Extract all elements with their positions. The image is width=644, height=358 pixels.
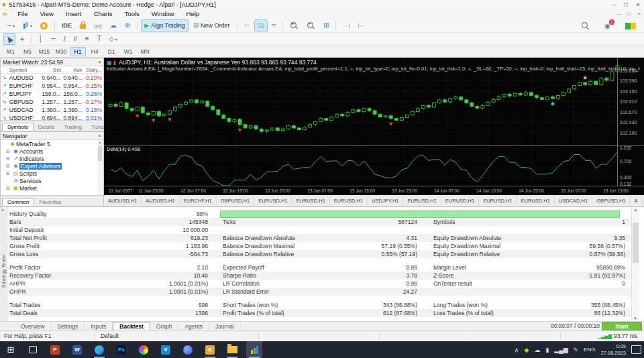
column-header-bid[interactable]: Bid	[40, 67, 61, 73]
child-close-button[interactable]: ×	[634, 11, 644, 17]
photoshop-icon[interactable]: Ps	[113, 341, 129, 358]
menu-help[interactable]: Help	[180, 10, 206, 17]
tester-close-icon[interactable]: ×	[1, 208, 4, 213]
community-button[interactable]: ⊕	[121, 19, 133, 32]
office-s-icon[interactable]: S	[202, 341, 218, 358]
sphere-app-icon[interactable]	[180, 341, 196, 358]
timeframe-m15[interactable]: M15	[36, 47, 52, 56]
metaeditor-lock-button[interactable]	[76, 19, 89, 32]
timeframe-h1[interactable]: H1	[70, 47, 86, 56]
market-watch-row[interactable]: ↗EURJPY158.0...158.0...0.26%	[1, 90, 103, 98]
crosshair-button[interactable]: +	[17, 33, 28, 45]
chart-tab-gbpusdh1[interactable]: GBPUSD,H1	[592, 196, 630, 205]
cursor-button[interactable]	[3, 33, 15, 45]
zoom-out-button[interactable]: −	[303, 19, 319, 32]
navigator-item-indicators[interactable]: ⊞↗Indicators	[1, 155, 103, 162]
child-minimize-button[interactable]: –	[614, 11, 624, 17]
chart-tab-eurusdh1[interactable]: EURUSD,H1	[403, 196, 441, 205]
tester-tab-journal[interactable]: Journal	[209, 322, 241, 331]
text-button[interactable]: T	[94, 33, 105, 45]
line-chart-button[interactable]: ≈	[269, 19, 280, 32]
tab-symbols[interactable]: Symbols	[2, 123, 34, 131]
tester-tab-inputs[interactable]: Inputs	[85, 322, 113, 331]
vertical-line-button[interactable]: │	[35, 33, 46, 45]
chart-tab-a[interactable]: A	[631, 196, 643, 205]
timeframe-h4[interactable]: H4	[87, 47, 103, 56]
profile-selector[interactable]: Default	[101, 333, 119, 339]
chart-tab-audusdh1[interactable]: AUDUSD,H1	[142, 196, 179, 205]
task-view-button[interactable]	[25, 341, 41, 358]
pen-icon[interactable]: ✎	[574, 347, 579, 353]
navigator-item-market[interactable]: ⊞▣Market	[1, 184, 103, 192]
chart-shift-button[interactable]: |←	[354, 19, 368, 32]
bars-button[interactable]: ↑↓	[241, 19, 253, 32]
defender-icon[interactable]: ◆	[524, 347, 529, 353]
chart-tab-eurusdh1[interactable]: EURUSD,H1	[292, 196, 329, 205]
close-button[interactable]: ×	[632, 1, 644, 8]
chart-tab-usdjpyh1[interactable]: USDJPY,H1	[368, 196, 403, 205]
navigator-close-icon[interactable]: ×	[98, 133, 101, 139]
chart-templates-button[interactable]: ▾	[19, 19, 36, 32]
start-button[interactable]: Start	[602, 322, 642, 331]
tile-windows-button[interactable]: ⊞	[320, 19, 332, 32]
chart-window[interactable]: 103.630103.390103.150102.910102.670102.4…	[104, 58, 644, 195]
cloud-button[interactable]: ☁	[107, 19, 120, 32]
chart-tab-usdcadh1[interactable]: USDCAD,H1	[555, 196, 592, 205]
menu-file[interactable]: File	[11, 10, 34, 17]
edge-icon[interactable]	[91, 341, 107, 358]
connection-status[interactable]	[622, 20, 639, 32]
column-header-ask[interactable]: Ask	[61, 67, 83, 73]
minimize-button[interactable]: –	[608, 1, 620, 8]
broadcast-button[interactable]: ((•))	[91, 19, 105, 32]
chart-tab-eurusdh1[interactable]: EURUSD,H1	[441, 196, 479, 205]
notification-center-icon[interactable]	[631, 345, 641, 354]
antivirus-icon[interactable]: V	[158, 341, 174, 358]
navigator-item-scripts[interactable]: ⊞▤Scripts	[1, 170, 103, 177]
navigator-item-expert-advisors[interactable]: ⊞◆Expert Advisors	[1, 162, 103, 170]
timeframe-m5[interactable]: M5	[19, 47, 36, 56]
zoom-in-button[interactable]: +	[286, 19, 302, 32]
timeframe-m1[interactable]: M1	[3, 47, 19, 56]
candles-button[interactable]: ▯▯	[254, 19, 268, 32]
timeframe-mn[interactable]: MN	[137, 47, 153, 56]
horizontal-line-button[interactable]: ─	[48, 33, 59, 45]
network-icon[interactable]: ▂▄▆	[554, 347, 568, 353]
navigator-item-metatrader-5[interactable]: ◆MetaTrader 5	[1, 140, 103, 147]
user-button[interactable]: ◉1	[601, 20, 614, 32]
market-watch-row[interactable]: ↘GBPUSD1.257...1.257...-0.17%	[1, 98, 103, 106]
algo-trading-button[interactable]: ▶Algo Trading	[141, 19, 188, 32]
chart-tab-eurusdh1[interactable]: EURUSD,H1	[517, 196, 555, 205]
market-watch-close-icon[interactable]: ×	[98, 59, 101, 65]
tester-tab-agents[interactable]: Agents	[178, 322, 209, 331]
tester-tab-backtest[interactable]: Backtest	[113, 322, 150, 331]
channel-button[interactable]: //	[70, 33, 80, 45]
start-button[interactable]: ⊞	[3, 341, 19, 358]
navigator-item-services[interactable]: ⊛Services	[1, 177, 103, 184]
chart-tab-eurusdh1[interactable]: EURUSD,H1	[254, 196, 292, 205]
tab-details[interactable]: Details	[34, 123, 59, 131]
menu-charts[interactable]: Charts	[88, 10, 119, 17]
market-watch-row[interactable]: ↗EURCHF0.954...0.954...-0.15%	[1, 82, 103, 90]
chart-tab-audusdh1[interactable]: AUDUSD,H1	[104, 196, 142, 205]
timeframe-w1[interactable]: W1	[120, 47, 136, 56]
tab-favorites[interactable]: Favorites	[34, 198, 66, 206]
market-watch-row[interactable]: ↘AUDUSD0.640...0.640...-0.20%	[1, 74, 103, 82]
navigator-scrollbar[interactable]: ▲	[97, 140, 103, 195]
maximize-button[interactable]: □	[620, 1, 632, 8]
battery-icon[interactable]: ▮	[545, 347, 549, 353]
onedrive-icon[interactable]: ☁	[534, 347, 540, 353]
timeframe-m30[interactable]: M30	[53, 47, 69, 56]
menu-window[interactable]: Window	[146, 10, 180, 17]
chart-tab-gbpusdh1[interactable]: GBPUSD,H1	[217, 196, 254, 205]
tester-tab-settings[interactable]: Settings	[51, 322, 85, 331]
fibonacci-button[interactable]: ≡	[82, 33, 93, 45]
tester-tab-graph[interactable]: Graph	[150, 322, 179, 331]
market-watch-row[interactable]: ↗USDCAD1.360...1.360...0.16%	[1, 106, 103, 114]
color-wheel-icon[interactable]	[136, 341, 152, 358]
menu-tools[interactable]: Tools	[119, 10, 146, 17]
trendline-button[interactable]: /	[60, 33, 69, 45]
tester-scrollbar[interactable]: ▲ ▼	[631, 208, 639, 320]
column-header-symbol[interactable]: Symbol	[9, 67, 40, 73]
ide-button[interactable]: IDE	[58, 19, 75, 32]
powerpoint-icon[interactable]: P	[47, 341, 63, 358]
